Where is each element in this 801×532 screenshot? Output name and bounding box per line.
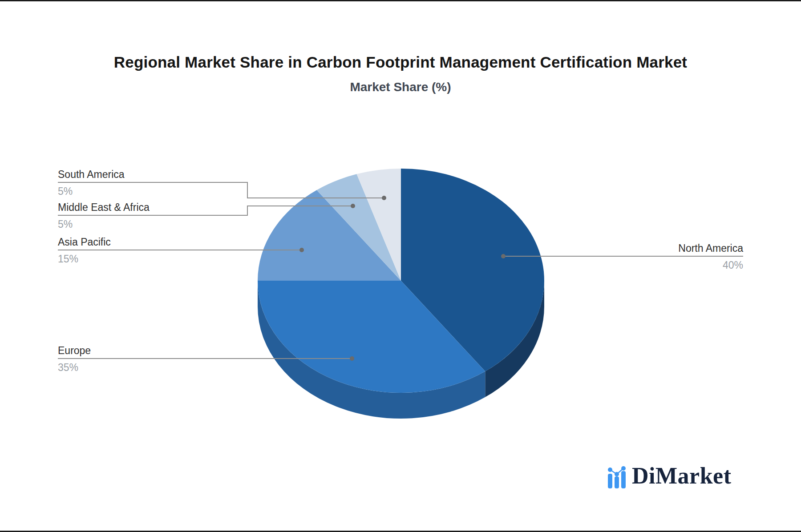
slice-pct-europe: 35% — [58, 362, 78, 373]
leader-dot-asia-pacific — [299, 248, 304, 252]
slice-label-north-america: North America — [678, 242, 743, 254]
slice-label-asia-pacific: Asia Pacific — [58, 236, 111, 248]
slice-pct-asia-pacific: 15% — [58, 253, 78, 265]
slice-pct-middle-east-africa: 5% — [58, 218, 73, 230]
slice-pct-north-america: 40% — [723, 259, 743, 271]
slice-label-middle-east-africa: Middle East & Africa — [58, 202, 150, 213]
chart-canvas: Regional Market Share in Carbon Footprin… — [0, 0, 801, 532]
pie-chart: North America40%Europe35%Asia Pacific15%… — [0, 0, 801, 532]
brand-logo: DiMarket — [607, 463, 731, 489]
brand-wordmark: DiMarket — [632, 464, 731, 488]
bar-sparkline-icon — [607, 463, 627, 489]
leader-dot-europe — [350, 356, 354, 361]
leader-dot-north-america — [501, 254, 506, 258]
leader-dot-middle-east-africa — [351, 204, 355, 208]
slice-label-south-america: South America — [58, 169, 125, 180]
leader-dot-south-america — [382, 196, 386, 200]
slice-label-europe: Europe — [58, 345, 91, 356]
slice-pct-south-america: 5% — [58, 185, 73, 197]
